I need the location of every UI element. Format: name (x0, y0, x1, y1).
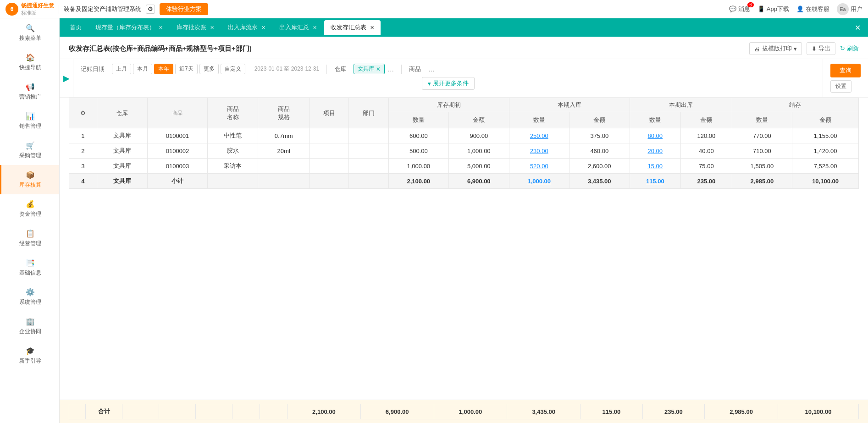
row2-close-amt: 1,420.00 (792, 143, 859, 159)
sidebar-item-enterprise[interactable]: 🏢 企业协同 (0, 312, 59, 341)
total-label: 合计 (86, 404, 122, 419)
header-right: 💬 消息 6 📱 App下载 👤 在线客服 Ea 用户 (729, 3, 862, 15)
filter-collapse-btn[interactable]: ▶ (60, 59, 73, 97)
operations-icon: 📋 (26, 229, 35, 238)
th-in-qty: 数量 (509, 112, 569, 128)
search-icon: 🔍 (26, 24, 35, 33)
date-btn-this-year[interactable]: 本年 (154, 64, 173, 74)
query-btn[interactable]: 查询 (830, 64, 861, 77)
logo-area: 6 畅捷通好生意 标准版 (6, 2, 54, 16)
row3-out-amt: 75.00 (681, 159, 732, 174)
total-open-amt: 6,900.00 (360, 404, 434, 419)
row3-spec (258, 159, 310, 174)
system-name: 装备及固定资产辅助管理系统 (64, 5, 141, 13)
tab-inventory-dist[interactable]: 现存量（库存分布表） ✕ (89, 20, 169, 35)
sidebar-item-purchase[interactable]: 🛒 采购管理 (0, 136, 59, 165)
online-service-btn[interactable]: 👤 在线客服 (796, 5, 829, 13)
row3-open-qty: 1,000.00 (388, 159, 448, 174)
date-btn-last-month[interactable]: 上月 (112, 64, 131, 74)
phone-icon: 📱 (757, 5, 765, 12)
table-settings-icon[interactable]: ⚙ (80, 110, 86, 116)
export-btn[interactable]: ⬇ 导出 (807, 42, 835, 55)
chevron-down-icon: ▾ (794, 45, 797, 52)
refresh-icon: ↻ (840, 45, 845, 52)
date-btn-7days[interactable]: 近7天 (175, 64, 198, 74)
sidebar-item-quick-nav[interactable]: 🏠 快捷导航 (0, 48, 59, 77)
content-area: 首页 现存量（库存分布表） ✕ 库存批次账 ✕ 出入库流水 ✕ 出入库汇总 ✕ … (60, 18, 868, 423)
total-in-amt: 3,435.00 (507, 404, 581, 419)
filter-separator-2 (401, 65, 402, 74)
export-icon: ⬇ (812, 45, 817, 52)
row1-in-qty[interactable]: 250.00 (509, 128, 569, 143)
goods-label: 商品 (409, 65, 421, 73)
page-title: 收发存汇总表(按仓库+商品编码+商品+规格型号+项目+部门) (69, 44, 252, 53)
date-btn-this-month[interactable]: 本月 (133, 64, 152, 74)
row1-out-qty[interactable]: 80.00 (630, 128, 681, 143)
th-warehouse: 仓库 (97, 98, 147, 128)
goods-more[interactable]: … (428, 66, 435, 73)
subtotal-in-amt: 3,435.00 (569, 174, 630, 189)
date-range: 2023-01-01 至 2023-12-31 (254, 65, 319, 73)
th-settings[interactable]: ⚙ (69, 98, 97, 128)
warehouse-more[interactable]: … (387, 66, 394, 73)
subtotal-out-qty[interactable]: 115.00 (630, 174, 681, 189)
row2-spec: 20ml (258, 143, 310, 159)
subtotal-col5 (309, 174, 348, 189)
warehouse-tag-close[interactable]: ✕ (376, 66, 381, 72)
sidebar-item-search-menu[interactable]: 🔍 搜索菜单 (0, 18, 59, 48)
expand-row: ▾ 展开更多条件 (81, 77, 815, 90)
row3-in-qty[interactable]: 520.00 (509, 159, 569, 174)
sidebar-item-system[interactable]: ⚙️ 系统管理 (0, 282, 59, 312)
sidebar-item-inventory[interactable]: 📦 库存核算 (0, 165, 59, 194)
filter-row-1: 记账日期 上月 本月 本年 近7天 更多 自定义 2023-01-01 至 20… (81, 64, 815, 74)
row3-close-qty: 1,505.00 (732, 159, 792, 174)
th-open-qty: 数量 (388, 112, 448, 128)
sidebar-item-basic-info[interactable]: 📑 基础信息 (0, 253, 59, 282)
row2-out-qty[interactable]: 20.00 (630, 143, 681, 159)
settings-icon[interactable]: ⚙ (146, 5, 155, 14)
subtotal-in-qty[interactable]: 1,000.00 (509, 174, 569, 189)
tab-close-inout-summary[interactable]: ✕ (313, 25, 317, 31)
sidebar-item-operations[interactable]: 📋 经营管理 (0, 224, 59, 253)
basic-info-icon: 📑 (26, 258, 35, 267)
row1-name: 中性笔 (208, 128, 258, 143)
tab-close-inout-flow[interactable]: ✕ (261, 25, 265, 31)
experience-btn[interactable]: 体验行业方案 (160, 3, 208, 15)
row3-in-amt: 2,600.00 (569, 159, 630, 174)
total-in-qty: 1,000.00 (434, 404, 507, 419)
print-btn[interactable]: 🖨 拔模版打印 ▾ (749, 42, 802, 55)
tab-close-recv-send-summary[interactable]: ✕ (370, 25, 374, 31)
th-goods-spec: 商品规格 (258, 98, 310, 128)
tab-inout-summary[interactable]: 出入库汇总 ✕ (273, 20, 323, 35)
row3-close-amt: 7,525.00 (792, 159, 859, 174)
row2-in-qty[interactable]: 230.00 (509, 143, 569, 159)
tab-home[interactable]: 首页 (63, 20, 88, 35)
sidebar-item-guide[interactable]: 🎓 新手引导 (0, 341, 59, 370)
expand-more-btn[interactable]: ▾ 展开更多条件 (422, 77, 475, 90)
message-btn[interactable]: 💬 消息 6 (729, 5, 750, 13)
date-btn-more[interactable]: 更多 (199, 64, 219, 74)
tab-close-inventory-dist[interactable]: ✕ (159, 25, 163, 31)
sidebar-item-finance[interactable]: 💰 资金管理 (0, 194, 59, 224)
tab-bar-close-btn[interactable]: ✕ (851, 23, 864, 32)
enterprise-icon: 🏢 (26, 317, 35, 326)
sidebar-item-sales[interactable]: 📊 销售管理 (0, 106, 59, 136)
subtotal-close-amt: 10,100.00 (792, 174, 859, 189)
row3-out-qty[interactable]: 15.00 (630, 159, 681, 174)
th-goods-code: 商品 (147, 98, 208, 128)
row2-close-qty: 710.00 (732, 143, 792, 159)
tab-inout-flow[interactable]: 出入库流水 ✕ (221, 20, 272, 35)
sidebar-item-marketing[interactable]: 📢 营销推广 (0, 77, 59, 106)
tab-close-batch-ledger[interactable]: ✕ (210, 25, 214, 31)
refresh-btn[interactable]: ↻ 刷新 (840, 44, 859, 53)
th-close-qty: 数量 (732, 112, 792, 128)
tab-recv-send-summary[interactable]: 收发存汇总表 ✕ (324, 20, 381, 35)
page-actions: 🖨 拔模版打印 ▾ ⬇ 导出 ↻ 刷新 (749, 42, 859, 55)
th-out-qty: 数量 (630, 112, 681, 128)
set-btn[interactable]: 设置 (830, 80, 851, 93)
date-btn-custom[interactable]: 自定义 (221, 64, 245, 74)
total-proj-col (232, 404, 260, 419)
app-download-btn[interactable]: 📱 App下载 (757, 5, 789, 13)
user-btn[interactable]: Ea 用户 (837, 3, 862, 15)
tab-batch-ledger[interactable]: 库存批次账 ✕ (170, 20, 221, 35)
